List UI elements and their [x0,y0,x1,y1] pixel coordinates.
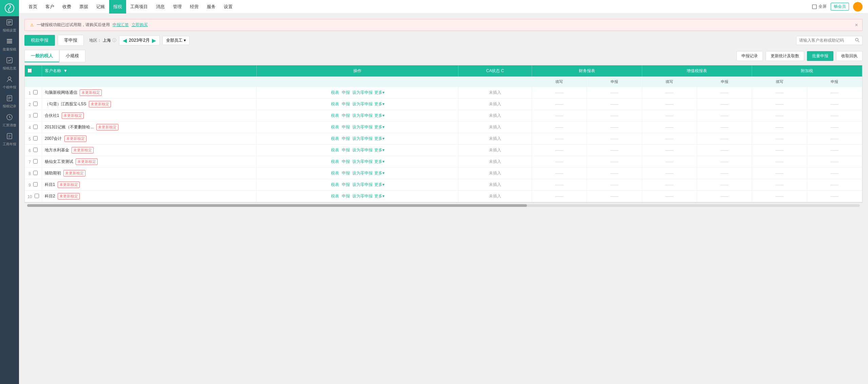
fullscreen-btn[interactable]: 全屏 [812,4,827,9]
op-taxform-6[interactable]: 税表 [331,159,339,164]
op-taxform-5[interactable]: 税表 [331,148,339,152]
search-icon[interactable] [855,38,860,43]
client-name-8: 科目1 [45,182,55,187]
sidebar-item-batch-tax[interactable]: 批量报税 [0,35,19,54]
op-zero-8[interactable]: 设为零申报 [352,182,373,187]
apply-record-btn[interactable]: 申报记录 [736,51,763,61]
nav-bookkeeping[interactable]: 记账 [92,0,109,14]
sort-icon[interactable]: ▼ [63,68,67,73]
op-more-1[interactable]: 更多▾ [374,101,384,107]
op-taxform-4[interactable]: 税表 [331,136,339,141]
row-checkbox-3[interactable] [33,125,38,129]
th-financial-report: 财务报表 [532,65,642,77]
sidebar-item-tax-records[interactable]: 报税记录 [0,92,19,111]
get-back-btn[interactable]: 收取回执 [836,51,863,61]
nav-operations[interactable]: 经营 [186,0,203,14]
nav-messages[interactable]: 消息 [152,0,169,14]
th-sub-empty3 [257,77,458,87]
row-checkbox-7[interactable] [33,171,38,175]
update-stats-btn[interactable]: 更新统计及取数 [766,51,804,61]
op-more-6[interactable]: 更多▾ [374,159,384,165]
nav-business[interactable]: 工商项目 [126,0,152,14]
op-taxform-1[interactable]: 税表 [331,102,339,106]
op-declare-0[interactable]: 申报 [342,90,350,95]
select-all-checkbox[interactable] [27,68,32,73]
batch-apply-btn[interactable]: 批量申报 [807,51,833,61]
cell-checkbox-6: 7 [25,156,42,168]
sidebar-item-annual-settle[interactable]: 汇算清缴 [0,111,19,130]
taxpayer-tab-small[interactable]: 小规模 [59,50,85,62]
row-checkbox-6[interactable] [33,159,38,164]
nav-services[interactable]: 服务 [203,0,220,14]
op-more-3[interactable]: 更多▾ [374,124,384,130]
op-more-7[interactable]: 更多▾ [374,170,384,176]
tab-tax-declaration[interactable]: 税款申报 [24,35,55,46]
op-more-5[interactable]: 更多▾ [374,147,384,153]
op-declare-8[interactable]: 申报 [342,182,350,187]
row-checkbox-4[interactable] [33,136,38,141]
op-more-8[interactable]: 更多▾ [374,182,384,188]
cell-apply2-2: —— [697,110,752,122]
op-zero-9[interactable]: 设为零申报 [352,194,373,198]
row-checkbox-2[interactable] [33,113,38,118]
row-checkbox-9[interactable] [35,194,39,198]
op-declare-2[interactable]: 申报 [342,113,350,118]
op-declare-4[interactable]: 申报 [342,136,350,141]
op-declare-1[interactable]: 申报 [342,102,350,106]
alert-close-btn[interactable]: ✕ [855,23,858,27]
nav-tax[interactable]: 报税 [109,0,126,14]
op-zero-3[interactable]: 设为零申报 [352,125,373,129]
nav-billing[interactable]: 收费 [58,0,75,14]
op-taxform-2[interactable]: 税表 [331,113,339,118]
row-checkbox-1[interactable] [33,102,38,106]
op-zero-5[interactable]: 设为零申报 [352,148,373,152]
alert-link-buy[interactable]: 立即购买 [132,22,148,28]
op-taxform-8[interactable]: 税表 [331,182,339,187]
scroll-track[interactable] [27,204,860,207]
tab-zero-declaration[interactable]: 零申报 [58,35,84,46]
taxpayer-tab-general[interactable]: 一般的税人 [24,50,59,62]
op-zero-4[interactable]: 设为零申报 [352,136,373,141]
upgrade-btn[interactable]: 畅会员 [831,3,849,10]
date-next-btn[interactable]: ▶ [152,37,156,44]
row-checkbox-5[interactable] [33,148,38,152]
op-taxform-0[interactable]: 税表 [331,90,339,95]
op-zero-0[interactable]: 设为零申报 [352,90,373,95]
op-more-9[interactable]: 更多▾ [374,193,384,199]
alert-link-submit[interactable]: 申报汇签 [113,22,129,28]
sidebar-item-annual-report[interactable]: 工商年报 [0,130,19,149]
op-taxform-3[interactable]: 税表 [331,125,339,129]
op-zero-1[interactable]: 设为零申报 [352,102,373,106]
op-zero-2[interactable]: 设为零申报 [352,113,373,118]
op-zero-6[interactable]: 设为零申报 [352,159,373,164]
op-declare-9[interactable]: 申报 [342,194,350,198]
sidebar-item-tax-overview[interactable]: 报税总览 [0,54,19,73]
nav-invoices[interactable]: 票据 [75,0,92,14]
op-declare-3[interactable]: 申报 [342,125,350,129]
op-declare-7[interactable]: 申报 [342,171,350,175]
sidebar-item-personal-tax[interactable]: 个税申报 [0,73,19,92]
op-zero-7[interactable]: 设为零申报 [352,171,373,175]
cell-apply1-5: —— [587,145,642,156]
alert-icon: ⚠ [30,23,34,27]
op-taxform-9[interactable]: 税表 [331,194,339,198]
sidebar-item-tax-settings[interactable]: 报税设置 [0,16,19,35]
row-checkbox-8[interactable] [33,182,38,187]
nav-management[interactable]: 管理 [169,0,186,14]
op-declare-5[interactable]: 申报 [342,148,350,152]
date-prev-btn[interactable]: ◀ [123,37,127,44]
op-more-2[interactable]: 更多▾ [374,113,384,119]
info-icon[interactable]: ⓘ [112,38,116,43]
op-more-4[interactable]: 更多▾ [374,136,384,142]
op-taxform-7[interactable]: 税表 [331,171,339,175]
op-declare-6[interactable]: 申报 [342,159,350,164]
user-avatar[interactable] [853,2,863,12]
nav-home[interactable]: 首页 [24,0,41,14]
table-row: 2 （勾需）江西股宝-LSS 未更新核定 税表 申报 设为零申报 更多▾ 未插入… [25,99,862,110]
nav-settings[interactable]: 设置 [220,0,237,14]
row-checkbox-0[interactable] [33,90,38,94]
search-input[interactable] [799,38,853,43]
employee-filter[interactable]: 全部员工 ▾ [162,36,190,45]
op-more-0[interactable]: 更多▾ [374,90,384,95]
nav-clients[interactable]: 客户 [41,0,58,14]
